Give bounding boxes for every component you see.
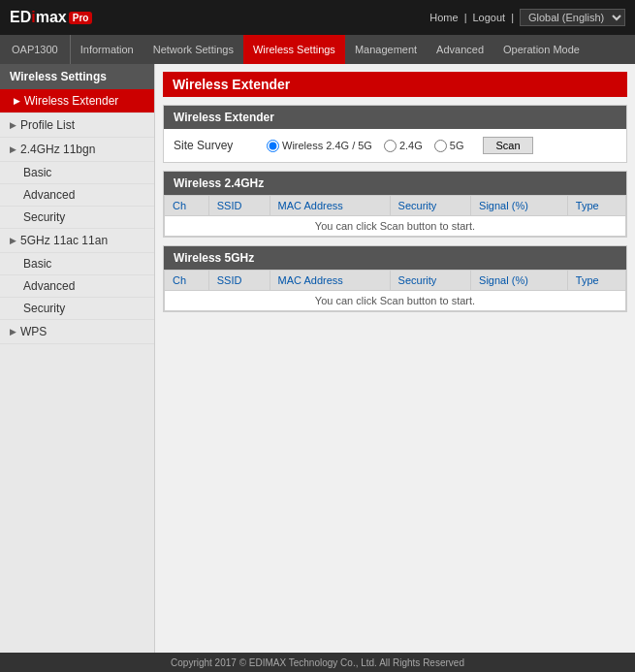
extender-section-header: Wireless Extender: [164, 106, 626, 129]
sidebar-item-security-24[interactable]: Security: [0, 207, 154, 229]
language-select[interactable]: Global (English): [520, 9, 625, 26]
col-signal-24: Signal (%): [471, 196, 568, 216]
radio-5g-label: 5G: [450, 140, 464, 151]
table-5ghz-section: Wireless 5GHz Ch SSID MAC Address Securi…: [163, 245, 627, 312]
col-security-24: Security: [390, 196, 471, 216]
separator1: |: [464, 12, 467, 23]
col-type-5: Type: [567, 271, 625, 291]
sidebar-item-advanced-5[interactable]: Advanced: [0, 275, 154, 298]
sidebar-item-wireless-extender[interactable]: Wireless Extender: [0, 89, 154, 113]
table-5ghz-header-row: Ch SSID MAC Address Security Signal (%) …: [165, 271, 626, 291]
content-area: Wireless Extender Wireless Extender Site…: [155, 64, 635, 653]
col-security-5: Security: [390, 271, 471, 291]
radio-both[interactable]: Wireless 2.4G / 5G: [267, 140, 372, 152]
extender-section: Wireless Extender Site Survey Wireless 2…: [163, 105, 627, 163]
page-title: Wireless Extender: [163, 72, 627, 97]
radio-2g-input[interactable]: [384, 140, 397, 152]
copyright-text: Copyright 2017 © EDIMAX Technology Co., …: [171, 657, 464, 668]
col-type-24: Type: [567, 196, 625, 216]
col-mac-24: MAC Address: [270, 196, 390, 216]
col-mac-5: MAC Address: [270, 271, 390, 291]
table-24ghz-wrapper: Ch SSID MAC Address Security Signal (%) …: [164, 195, 626, 237]
sidebar-item-basic-5[interactable]: Basic: [0, 253, 154, 275]
table-24ghz-header-row: Ch SSID MAC Address Security Signal (%) …: [165, 196, 626, 216]
table-24ghz-thead: Ch SSID MAC Address Security Signal (%) …: [165, 196, 626, 216]
col-ssid-24: SSID: [208, 196, 270, 216]
col-signal-5: Signal (%): [471, 271, 568, 291]
sidebar-item-2ghz[interactable]: 2.4GHz 11bgn: [0, 138, 154, 162]
logo: EDimax Pro: [10, 9, 92, 26]
radio-group: Wireless 2.4G / 5G 2.4G 5G Scan: [267, 137, 533, 154]
logout-link[interactable]: Logout: [472, 12, 505, 23]
sidebar-item-wps[interactable]: WPS: [0, 320, 154, 344]
table-row: You can click Scan button to start.: [165, 216, 626, 237]
sidebar-item-profile-list[interactable]: Profile List: [0, 113, 154, 138]
col-ssid-5: SSID: [208, 271, 270, 291]
nav-advanced[interactable]: Advanced: [427, 35, 493, 64]
logo-pro: Pro: [69, 12, 93, 24]
site-survey-row: Site Survey Wireless 2.4G / 5G 2.4G 5G S: [164, 129, 626, 162]
radio-2g-label: 2.4G: [399, 140, 423, 151]
table-5ghz-tbody: You can click Scan button to start.: [165, 291, 626, 311]
sidebar: Wireless Settings Wireless Extender Prof…: [0, 64, 155, 653]
nav-management[interactable]: Management: [345, 35, 427, 64]
main-container: Wireless Settings Wireless Extender Prof…: [0, 64, 635, 653]
sidebar-item-5ghz[interactable]: 5GHz 11ac 11an: [0, 229, 154, 253]
radio-2g[interactable]: 2.4G: [384, 140, 423, 152]
table-24ghz-header: Wireless 2.4GHz: [164, 172, 626, 195]
sidebar-item-security-5[interactable]: Security: [0, 298, 154, 320]
table-24ghz-tbody: You can click Scan button to start.: [165, 216, 626, 237]
nav-network-settings[interactable]: Network Settings: [143, 35, 243, 64]
nav-operation-mode[interactable]: Operation Mode: [493, 35, 589, 64]
device-id: OAP1300: [0, 35, 71, 64]
navbar: OAP1300 Information Network Settings Wir…: [0, 35, 635, 64]
radio-5g-input[interactable]: [434, 140, 447, 152]
header-links: Home | Logout | Global (English): [429, 9, 625, 26]
empty-message-24: You can click Scan button to start.: [165, 216, 626, 237]
separator2: |: [511, 12, 514, 23]
home-link[interactable]: Home: [429, 12, 458, 23]
table-24ghz-section: Wireless 2.4GHz Ch SSID MAC Address Secu…: [163, 171, 627, 238]
nav-information[interactable]: Information: [71, 35, 143, 64]
table-5ghz: Ch SSID MAC Address Security Signal (%) …: [164, 270, 626, 311]
scan-button[interactable]: Scan: [483, 137, 532, 154]
radio-5g[interactable]: 5G: [434, 140, 464, 152]
sidebar-item-advanced-24[interactable]: Advanced: [0, 184, 154, 207]
nav-wireless-settings[interactable]: Wireless Settings: [243, 35, 345, 64]
radio-both-input[interactable]: [267, 140, 279, 152]
header: EDimax Pro Home | Logout | Global (Engli…: [0, 0, 635, 35]
col-ch-24: Ch: [165, 196, 209, 216]
table-5ghz-wrapper: Ch SSID MAC Address Security Signal (%) …: [164, 270, 626, 311]
table-5ghz-thead: Ch SSID MAC Address Security Signal (%) …: [165, 271, 626, 291]
col-ch-5: Ch: [165, 271, 209, 291]
radio-both-label: Wireless 2.4G / 5G: [282, 140, 372, 151]
site-survey-label: Site Survey: [174, 139, 251, 152]
footer: Copyright 2017 © EDIMAX Technology Co., …: [0, 653, 635, 672]
sidebar-title: Wireless Settings: [0, 64, 154, 89]
empty-message-5: You can click Scan button to start.: [165, 291, 626, 311]
table-24ghz: Ch SSID MAC Address Security Signal (%) …: [164, 195, 626, 237]
table-row: You can click Scan button to start.: [165, 291, 626, 311]
logo-edi: EDimax: [10, 9, 67, 26]
table-5ghz-header: Wireless 5GHz: [164, 246, 626, 270]
sidebar-item-basic-24[interactable]: Basic: [0, 162, 154, 184]
